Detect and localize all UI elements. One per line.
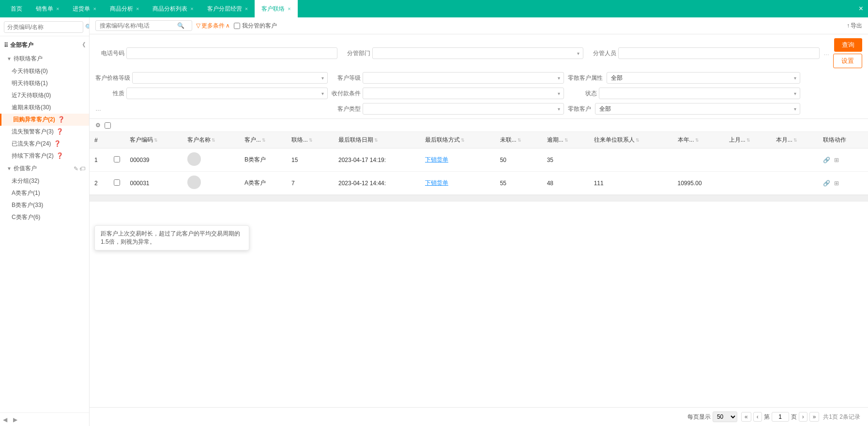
last-page-btn[interactable]: » (809, 412, 820, 422)
sidebar-item-unclassified[interactable]: 未分组(32) (0, 175, 89, 187)
sidebar-search-icon[interactable]: 🔍 (85, 24, 90, 30)
nav-item-product-analysis[interactable]: 商品分析 × (103, 0, 146, 17)
filter-field-dept: 分管部门 ▾ (341, 47, 583, 59)
sidebar-item-today-pending[interactable]: 今天待联络(0) (0, 65, 89, 77)
nav-item-sales[interactable]: 销售单 × (29, 0, 66, 17)
col-name[interactable]: 客户名称⇅ (183, 132, 240, 148)
table-gear-icon[interactable]: ⚙ (95, 122, 101, 129)
sidebar-item-a-class[interactable]: A类客户(1) (0, 187, 89, 199)
main-layout: 🔍 ⠿ 全部客户 《 ▼ 待联络客户 今天待联络(0) 明天待联络(1) 近7天… (0, 17, 868, 426)
nav-close-product-analysis-list[interactable]: × (190, 6, 193, 12)
nav-close-customer-tier[interactable]: × (245, 6, 248, 12)
contact-method-link-2[interactable]: 下销货单 (425, 179, 448, 186)
row-checkbox-1[interactable] (114, 156, 120, 162)
sidebar-item-continuing-decline[interactable]: 持续下滑客户(2) ❓ (0, 150, 89, 162)
row-checkbox-2[interactable] (114, 179, 120, 186)
payment-terms-select[interactable] (363, 88, 564, 99)
sidebar-item-7day-pending[interactable]: 近7天待联络(0) (0, 89, 89, 102)
nav-close-sales[interactable]: × (56, 6, 59, 12)
action-link-icon-2[interactable]: 🔗 (823, 180, 830, 187)
col-this-year[interactable]: 本年...⇅ (673, 132, 724, 148)
nav-item-purchase[interactable]: 进货单 × (66, 0, 103, 17)
nav-close-customer-contact[interactable]: × (288, 6, 290, 12)
action-link-icon-1[interactable]: 🔗 (823, 157, 830, 163)
nature-wrap: ▾ (126, 88, 328, 99)
nav-item-home[interactable]: 首页 (4, 0, 29, 17)
table-toolbar: ⚙ (90, 119, 868, 132)
col-contacts[interactable]: 往来单位联系人⇅ (589, 132, 673, 148)
contact-method-link-1[interactable]: 下销货单 (425, 156, 448, 163)
nav-close-product-analysis[interactable]: × (136, 6, 139, 12)
sidebar-collapse-icon[interactable]: 《 (79, 41, 85, 49)
prev-page-btn[interactable]: ‹ (753, 412, 762, 422)
sidebar-item-tomorrow-pending[interactable]: 明天待联络(1) (0, 77, 89, 89)
col-last-month[interactable]: 上月...⇅ (724, 132, 771, 148)
nav-item-customer-contact[interactable]: 客户联络 × (255, 0, 297, 17)
filter-search-icon[interactable]: 🔍 (177, 22, 184, 29)
my-customers-checkbox[interactable] (234, 23, 240, 29)
price-level-select[interactable] (132, 72, 328, 84)
sidebar-search-input[interactable] (4, 21, 83, 33)
dept-select-wrap: ▾ (372, 47, 583, 59)
sidebar-item-overdue-pending[interactable]: 逾期未联络(30) (0, 102, 89, 114)
cell-method-1[interactable]: 下销货单 (420, 148, 495, 172)
sidebar-item-b-class[interactable]: B类客户(33) (0, 199, 89, 211)
nature-select[interactable] (126, 88, 328, 99)
cell-checkbox-1[interactable] (109, 148, 125, 172)
col-contact-count[interactable]: 联络...⇅ (287, 132, 334, 148)
col-last-contact-method[interactable]: 最后联络方式⇅ (420, 132, 495, 148)
status-select[interactable] (599, 88, 800, 99)
sidebar-value-customers-group[interactable]: ▼ 价值客户 ✎ 🏷 (0, 162, 89, 175)
edit-icon[interactable]: ✎ (74, 165, 78, 172)
cell-checkbox-2[interactable] (109, 172, 125, 195)
export-button[interactable]: ↑ 导出 (847, 22, 862, 30)
phone-input[interactable] (126, 47, 337, 59)
customer-level-select[interactable] (363, 72, 564, 84)
customer-type-select[interactable] (363, 103, 564, 115)
sidebar-item-lost-prospect[interactable]: 流失预警客户(3) ❓ (0, 126, 89, 138)
page-number-input[interactable] (772, 412, 789, 422)
dept-select[interactable] (372, 47, 583, 59)
action-grid-icon-1[interactable]: ⊞ (834, 157, 839, 163)
more-conditions-btn[interactable]: ▽ 更多条件 ∧ (196, 22, 230, 30)
per-page-select[interactable]: 50 20 100 (713, 411, 737, 422)
filter-search-box[interactable]: 🔍 (95, 20, 192, 31)
manager-more-icon[interactable]: … (823, 50, 829, 57)
sort-icon-name: ⇅ (212, 138, 215, 143)
action-grid-icon-2[interactable]: ⊞ (834, 180, 839, 187)
sidebar-item-c-class[interactable]: C类客户(6) (0, 211, 89, 223)
my-customers-checkbox-area[interactable]: 我分管的客户 (234, 22, 277, 30)
sidebar-pending-contact-group[interactable]: ▼ 待联络客户 (0, 52, 89, 65)
window-close-button[interactable]: × (859, 4, 863, 13)
col-no-contact-days[interactable]: 未联...⇅ (495, 132, 542, 148)
first-page-btn[interactable]: « (741, 412, 751, 422)
filter-field-manager: 分管人员 … (587, 47, 829, 59)
filter-ellipsis-icon[interactable]: … (95, 105, 101, 112)
sidebar-item-already-lost[interactable]: 已流失客户(24) ❓ (0, 138, 89, 150)
sidebar-all-customers[interactable]: ⠿ 全部客户 《 (0, 38, 89, 52)
tag-icon[interactable]: 🏷 (79, 165, 85, 172)
retail-customer-select[interactable]: 全部 (595, 103, 800, 115)
col-overdue[interactable]: 逾期...⇅ (542, 132, 589, 148)
nav-item-customer-tier[interactable]: 客户分层经营 × (200, 0, 255, 17)
sidebar-item-repurchase-abnormal[interactable]: 回购异常客户(2) ❓ (0, 114, 89, 126)
filter-action-buttons: 查询 设置 (833, 38, 862, 68)
nav-item-product-analysis-list[interactable]: 商品分析列表 × (146, 0, 200, 17)
select-all-checkbox[interactable] (105, 122, 111, 129)
manager-input[interactable] (618, 47, 820, 59)
sidebar-next-arrow[interactable]: ▶ (10, 416, 20, 423)
query-button[interactable]: 查询 (834, 38, 862, 52)
cell-method-2[interactable]: 下销货单 (420, 172, 495, 195)
nav-close-purchase[interactable]: × (93, 6, 96, 12)
col-customer-type[interactable]: 客户...⇅ (240, 132, 287, 148)
filter-search-input[interactable] (100, 22, 177, 29)
col-code[interactable]: 客户编码⇅ (125, 132, 182, 148)
col-this-month[interactable]: 本月...⇅ (771, 132, 818, 148)
next-page-btn[interactable]: › (799, 412, 807, 422)
retail-attr-select[interactable]: 全部 (607, 72, 800, 84)
cell-this-year-2: 10995.00 (673, 172, 724, 195)
bottom-scrollbar[interactable] (90, 195, 868, 202)
col-last-contact-date[interactable]: 最后联络日期⇅ (334, 132, 420, 148)
sidebar-prev-arrow[interactable]: ◀ (0, 416, 10, 423)
setting-button[interactable]: 设置 (833, 54, 862, 68)
